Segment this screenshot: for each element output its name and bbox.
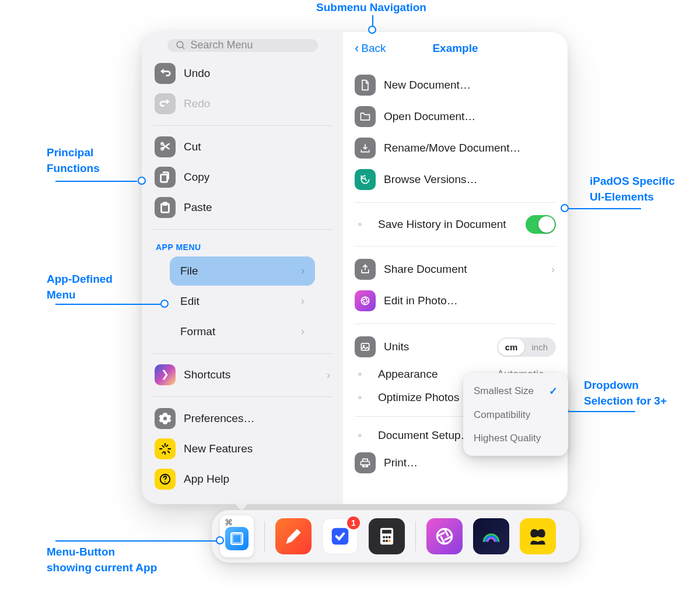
save-history-toggle[interactable] <box>526 215 556 234</box>
bullet <box>358 396 362 399</box>
menu-label: Rename/Move Document… <box>384 142 556 154</box>
callout-submenu-navigation: Submenu Navigation <box>316 0 426 16</box>
callout-ipados-elements: iPadOS Specific UI-Elements <box>590 174 675 205</box>
paste-item[interactable]: Paste <box>150 193 335 222</box>
preferences-item[interactable]: Preferences… <box>150 404 335 433</box>
back-button[interactable]: ‹ Back <box>355 42 386 55</box>
dock-app-3[interactable] <box>369 518 405 554</box>
dock-app-6[interactable] <box>520 518 556 554</box>
image-icon <box>355 336 376 357</box>
dropdown-option-highest[interactable]: Highest Quality <box>463 427 568 450</box>
notification-badge: 1 <box>347 516 360 529</box>
separator <box>152 353 332 354</box>
cut-item[interactable]: Cut <box>150 132 335 161</box>
redo-icon <box>155 93 176 114</box>
app-menu-header: APP MENU <box>150 237 335 255</box>
dock-divider <box>264 521 265 551</box>
checklist-icon <box>329 525 351 547</box>
svg-point-13 <box>437 529 452 543</box>
aperture-icon <box>433 525 456 547</box>
copy-item[interactable]: Copy <box>150 163 335 192</box>
new-document-item[interactable]: New Document… <box>343 69 568 101</box>
dock-app-5[interactable] <box>473 518 509 554</box>
dock-app-1[interactable] <box>275 518 312 554</box>
chevron-left-icon: ‹ <box>355 42 359 55</box>
menu-label: New Features <box>184 442 253 455</box>
bullet <box>358 372 362 376</box>
chevron-right-icon: › <box>301 325 304 338</box>
share-document-item[interactable]: Share Document › <box>343 254 568 285</box>
dropdown-option-compatibility[interactable]: Compatibility <box>463 403 568 427</box>
segment-cm[interactable]: cm <box>498 339 525 356</box>
printer-icon <box>355 452 376 473</box>
shortcuts-item[interactable]: Shortcuts › <box>150 360 335 389</box>
gear-icon <box>155 408 176 429</box>
svg-rect-2 <box>361 343 369 350</box>
search-input[interactable]: Search Menu <box>167 39 318 52</box>
history-icon <box>355 169 376 190</box>
document-icon <box>355 75 376 96</box>
new-features-item[interactable]: New Features <box>150 434 335 463</box>
menu-label: Preferences… <box>184 412 254 425</box>
separator <box>152 125 332 126</box>
browse-versions-item[interactable]: Browse Versions… <box>343 164 568 195</box>
menu-label: App Help <box>184 473 229 486</box>
callout-menu-button: Menu-Button showing current App <box>47 544 157 575</box>
dock-app-4[interactable] <box>426 518 463 554</box>
menu-label: Share Document <box>384 263 543 276</box>
rename-icon <box>355 138 376 159</box>
svg-point-7 <box>383 536 385 539</box>
current-app-icon <box>225 527 249 550</box>
rainbow-icon <box>480 525 502 547</box>
option-label: Highest Quality <box>474 433 541 444</box>
dropdown-option-smallest[interactable]: Smallest Size ✓ <box>463 379 568 403</box>
units-segmented[interactable]: cm inch <box>497 338 556 357</box>
menu-sidebar: Search Menu Undo Redo Cut Copy Paste APP… <box>142 32 343 504</box>
leader-line <box>569 208 641 209</box>
option-label: Compatibility <box>474 409 530 421</box>
segment-inch[interactable]: inch <box>524 339 555 356</box>
svg-point-11 <box>386 540 388 542</box>
share-icon <box>355 259 376 280</box>
dock-app-2[interactable]: 1 <box>322 518 358 554</box>
detail-header: ‹ Back Example <box>343 36 568 61</box>
leader-line <box>569 411 635 412</box>
svg-point-10 <box>383 540 385 542</box>
optimize-dropdown[interactable]: Smallest Size ✓ Compatibility Highest Qu… <box>463 373 568 456</box>
app-menu-format[interactable]: Format › <box>170 317 315 346</box>
separator <box>152 229 332 230</box>
svg-point-12 <box>388 540 391 542</box>
menu-button-current-app[interactable]: ⌘ <box>220 515 254 557</box>
calculator-icon <box>376 525 398 547</box>
menu-label: Undo <box>184 67 210 80</box>
search-placeholder: Search Menu <box>191 39 253 51</box>
bullet <box>358 434 362 437</box>
dock-divider <box>415 521 416 551</box>
aperture-icon <box>355 290 376 311</box>
butterfly-icon <box>527 525 549 547</box>
undo-item[interactable]: Undo <box>150 59 335 88</box>
undo-icon <box>155 63 176 84</box>
app-menu-edit[interactable]: Edit › <box>170 287 315 316</box>
menu-label: New Document… <box>384 79 556 92</box>
menu-label: Print… <box>384 456 556 469</box>
svg-point-1 <box>361 297 369 304</box>
app-menu-file[interactable]: File › <box>170 256 315 286</box>
back-label: Back <box>361 42 386 55</box>
leader-line <box>372 15 373 27</box>
open-document-item[interactable]: Open Document… <box>343 101 568 132</box>
separator <box>152 396 332 397</box>
menu-label: Open Document… <box>384 110 556 123</box>
chevron-right-icon: › <box>551 263 555 276</box>
pencil-icon <box>282 525 304 547</box>
menu-label: Edit <box>180 295 200 308</box>
menu-label: Shortcuts <box>184 368 318 381</box>
menu-label: File <box>180 265 198 277</box>
units-row: Units cm inch <box>343 331 568 363</box>
rename-document-item[interactable]: Rename/Move Document… <box>343 132 568 164</box>
edit-in-photo-item[interactable]: Edit in Photo… <box>343 285 568 317</box>
app-help-item[interactable]: App Help <box>150 465 335 494</box>
svg-point-9 <box>388 536 391 539</box>
menu-label: Units <box>384 340 489 353</box>
menu-label: Copy <box>184 171 209 184</box>
